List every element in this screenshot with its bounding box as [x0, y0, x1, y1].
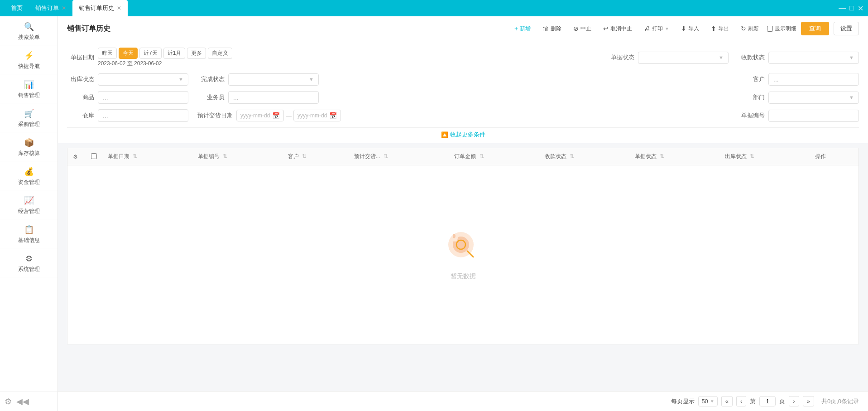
- sidebar-item-quick-nav[interactable]: ⚡ 快捷导航: [0, 45, 58, 74]
- col-amount[interactable]: 订单金额 ⇅: [449, 148, 539, 165]
- col-date[interactable]: 单据日期 ⇅: [102, 148, 192, 165]
- sidebar-item-purchase-mgmt[interactable]: 🛒 采购管理: [0, 103, 58, 132]
- prev-page-btn[interactable]: ‹: [736, 396, 746, 406]
- export-label: 导出: [718, 25, 729, 33]
- tab-sales-order-history-close[interactable]: ✕: [117, 5, 121, 11]
- col-receipt-status[interactable]: 收款状态 ⇅: [539, 148, 629, 165]
- receipt-status-label: 收款状态: [738, 53, 765, 62]
- content-area: 销售订单历史 + 新增 🗑 删除 ⊘ 中止 ↩ 取消中止: [58, 16, 868, 411]
- page-size-select[interactable]: 50 ▼: [698, 396, 717, 406]
- sidebar-item-ops-mgmt[interactable]: 📈 经营管理: [0, 190, 58, 219]
- customer-dots[interactable]: ...: [773, 76, 779, 83]
- doc-status-select[interactable]: ▼: [638, 52, 729, 64]
- warehouse-input[interactable]: ...: [98, 109, 188, 122]
- filter-dept: 部门 ▼: [738, 92, 859, 104]
- col-delivery[interactable]: 预计交货... ⇅: [349, 148, 449, 165]
- out-stock-select[interactable]: ▼: [98, 73, 188, 86]
- settings-button[interactable]: 设置: [834, 22, 859, 35]
- sidebar-item-sys-mgmt[interactable]: ⚙ 系统管理: [0, 248, 58, 277]
- receipt-status-placeholder: [773, 54, 775, 61]
- last1month-btn[interactable]: 近1月: [163, 48, 186, 59]
- order-no-input[interactable]: [768, 110, 859, 122]
- sales-mgmt-icon: 📊: [24, 80, 34, 90]
- sidebar-item-inventory-label: 库存核算: [18, 150, 40, 157]
- page-size-label: 每页显示: [671, 397, 695, 406]
- out-stock-placeholder: [103, 76, 105, 83]
- maximize-icon[interactable]: □: [849, 4, 854, 12]
- export-button[interactable]: ⬆ 导出: [707, 23, 733, 34]
- col-customer[interactable]: 客户 ⇅: [283, 148, 349, 165]
- calendar-from-icon: 📅: [272, 112, 280, 119]
- collapse-arrow-icon: 🔼: [441, 131, 448, 138]
- minimize-icon[interactable]: —: [839, 4, 846, 12]
- customer-label: 客户: [738, 75, 765, 83]
- custom-btn[interactable]: 自定义: [208, 48, 232, 59]
- settings-bottom-icon[interactable]: ⚙: [5, 396, 12, 406]
- search-menu-icon: 🔍: [24, 22, 34, 32]
- sidebar-item-search-menu[interactable]: 🔍 搜索菜单: [0, 16, 58, 45]
- export-icon: ⬆: [711, 25, 716, 32]
- col-number[interactable]: 单据编号 ⇅: [192, 148, 283, 165]
- empty-state: 暂无数据: [67, 193, 858, 317]
- page-size-arrow: ▼: [710, 399, 715, 404]
- tab-sales-order-close[interactable]: ✕: [62, 5, 66, 11]
- delivery-date-to[interactable]: yyyy-mm-dd 📅: [293, 110, 341, 121]
- last-page-btn[interactable]: »: [803, 396, 814, 406]
- product-dots[interactable]: ...: [103, 94, 108, 101]
- salesperson-dots[interactable]: ...: [233, 94, 239, 101]
- query-button[interactable]: 查询: [801, 22, 829, 35]
- close-icon[interactable]: ✕: [858, 4, 863, 13]
- stop-button[interactable]: ⊘ 中止: [570, 23, 595, 34]
- print-button[interactable]: 🖨 打印 ▼: [640, 23, 673, 34]
- checkbox-column[interactable]: [86, 148, 102, 165]
- warehouse-dots[interactable]: ...: [103, 112, 108, 119]
- current-page-input[interactable]: [759, 396, 776, 406]
- salesperson-input[interactable]: ...: [228, 91, 319, 104]
- new-label: 新增: [520, 25, 531, 33]
- cancel-stop-button[interactable]: ↩ 取消中止: [599, 23, 636, 34]
- sidebar-item-purchase-mgmt-label: 采购管理: [18, 121, 40, 128]
- filter-row-3: 商品 ... 业务员 ... 部门 ▼: [67, 91, 859, 104]
- last7days-btn[interactable]: 近7天: [139, 48, 162, 59]
- gear-column[interactable]: ⚙: [67, 148, 86, 165]
- col-doc-status[interactable]: 单据状态 ⇅: [629, 148, 719, 165]
- sidebar-item-sales-mgmt-label: 销售管理: [18, 92, 40, 99]
- next-page-btn[interactable]: ›: [789, 396, 799, 406]
- sidebar-item-inventory[interactable]: 📦 库存核算: [0, 132, 58, 161]
- sidebar-item-sales-mgmt[interactable]: 📊 销售管理: [0, 74, 58, 103]
- date-range-text: 2023-06-02 至 2023-06-02: [98, 60, 232, 68]
- sys-mgmt-icon: ⚙: [25, 254, 33, 264]
- collapse-filters[interactable]: 🔼 收起更多条件: [67, 127, 859, 143]
- col-out-status[interactable]: 出库状态 ⇅: [719, 148, 810, 165]
- collapse-sidebar-icon[interactable]: ◀◀: [16, 396, 29, 406]
- page-label-prefix: 第: [750, 397, 756, 406]
- total-text: 共0页,0条记录: [821, 397, 859, 406]
- today-btn[interactable]: 今天: [119, 48, 138, 59]
- tab-sales-order[interactable]: 销售订单 ✕: [29, 0, 72, 16]
- yesterday-btn[interactable]: 昨天: [98, 48, 117, 59]
- sidebar-item-basic-info[interactable]: 📋 基础信息: [0, 219, 58, 248]
- filter-doc-status: 单据状态 ▼: [607, 52, 729, 64]
- product-input[interactable]: ...: [98, 91, 188, 104]
- delivery-date-from[interactable]: yyyy-mm-dd 📅: [236, 110, 284, 121]
- stop-icon: ⊘: [573, 25, 579, 32]
- show-detail-checkbox[interactable]: [767, 26, 773, 32]
- delete-button[interactable]: 🗑 删除: [539, 23, 565, 34]
- select-all-checkbox[interactable]: [91, 153, 97, 159]
- receipt-status-select[interactable]: ▼: [768, 52, 859, 64]
- tab-home[interactable]: 首页: [5, 0, 29, 16]
- complete-placeholder: [233, 76, 235, 83]
- new-button[interactable]: + 新增: [511, 23, 534, 34]
- tab-sales-order-history[interactable]: 销售订单历史 ✕: [72, 0, 128, 16]
- refresh-button[interactable]: ↻ 刷新: [737, 23, 762, 34]
- import-button[interactable]: ⬇ 导入: [677, 23, 703, 34]
- sidebar-item-capital-mgmt[interactable]: 💰 资金管理: [0, 161, 58, 190]
- dept-select[interactable]: ▼: [768, 92, 859, 104]
- complete-select[interactable]: ▼: [228, 73, 319, 86]
- more-btn[interactable]: 更多: [187, 48, 206, 59]
- customer-input[interactable]: ...: [768, 73, 859, 86]
- show-detail-checkbox-label[interactable]: 显示明细: [767, 25, 796, 33]
- sidebar-item-quick-nav-label: 快捷导航: [18, 63, 40, 70]
- first-page-btn[interactable]: «: [721, 396, 733, 406]
- sidebar-bottom: ⚙ ◀◀: [0, 392, 58, 411]
